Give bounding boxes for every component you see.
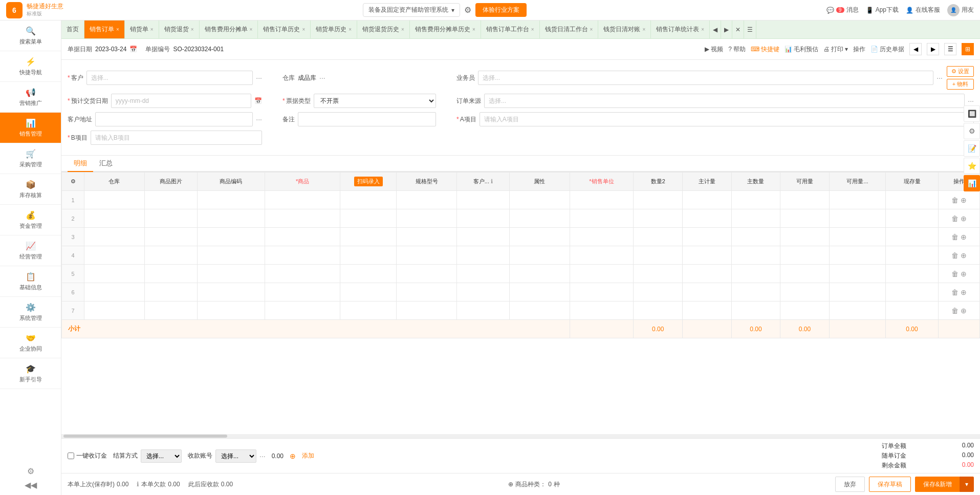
row1-delete-icon[interactable]: 🗑 [951, 196, 959, 204]
row4-code[interactable] [197, 246, 265, 265]
right-action-3[interactable]: 📝 [964, 140, 980, 157]
row2-warehouse[interactable] [84, 209, 145, 228]
row3-main-qty[interactable] [731, 228, 780, 246]
calendar2-icon[interactable]: 📅 [254, 97, 262, 104]
settle-method-select[interactable]: 选择... [141, 449, 182, 463]
row4-unit[interactable] [570, 246, 634, 265]
customer-input[interactable] [86, 71, 253, 85]
row4-delete-icon[interactable]: 🗑 [951, 251, 959, 260]
col-scan[interactable]: 扫码录入 [340, 173, 397, 191]
row3-qty2[interactable] [634, 228, 683, 246]
app-download-btn[interactable]: 📱 App下载 [866, 6, 899, 14]
row1-goods[interactable] [265, 191, 340, 209]
shortcut-btn[interactable]: ⌨ 快捷键 [751, 45, 779, 54]
save-draft-btn[interactable]: 保存草稿 [869, 477, 911, 492]
tab-summary[interactable]: 汇总 [93, 156, 119, 172]
row1-qty2[interactable] [634, 191, 683, 209]
row2-customer-code[interactable] [456, 209, 509, 228]
tab-next-btn[interactable]: ▶ [721, 20, 732, 39]
tab-prev-btn[interactable]: ◀ [710, 20, 721, 39]
close-daily-reconcile-icon[interactable]: × [642, 27, 645, 32]
close-return-icon[interactable]: × [191, 27, 194, 32]
sidebar-item-finance[interactable]: 💰 资金管理 [0, 205, 61, 235]
row4-goods[interactable] [265, 246, 340, 265]
scan-input-btn[interactable]: 扫码录入 [354, 177, 383, 186]
row3-delete-icon[interactable]: 🗑 [951, 233, 959, 241]
row1-warehouse[interactable] [84, 191, 145, 209]
invoice-select[interactable]: 不开票 增值税普通发票 增值税专用发票 [314, 94, 436, 108]
order-source-input[interactable] [484, 94, 965, 108]
sidebar-item-sales[interactable]: 📊 销售管理 [0, 113, 61, 143]
row3-model[interactable] [397, 228, 457, 246]
tab-expense[interactable]: 销售费用分摊单 × [200, 20, 258, 39]
calendar-icon[interactable]: 📅 [129, 46, 137, 53]
settings-panel-btn[interactable]: ⚙ 设置 [947, 66, 974, 77]
sidebar-item-inventory[interactable]: 📦 库存核算 [0, 174, 61, 205]
tab-order-workbench[interactable]: 销售订单工作台 × [481, 20, 540, 39]
row7-delete-icon[interactable]: 🗑 [951, 307, 959, 315]
row7-unit[interactable] [570, 302, 634, 320]
profit-btn[interactable]: 📊 毛利预估 [785, 45, 818, 54]
row3-warehouse[interactable] [84, 228, 145, 246]
row5-warehouse[interactable] [84, 265, 145, 283]
staff-input[interactable] [478, 71, 933, 85]
row4-customer-code[interactable] [456, 246, 509, 265]
tab-order-history[interactable]: 销售订单历史 × [258, 20, 311, 39]
nav-next-btn[interactable]: ▶ [927, 43, 939, 55]
close-order-workbench-icon[interactable]: × [531, 27, 534, 32]
row2-delete-icon[interactable]: 🗑 [951, 214, 959, 223]
delivery-input[interactable] [111, 94, 251, 108]
tab-close-all-btn[interactable]: ✕ [732, 20, 744, 39]
tab-home[interactable]: 首页 [61, 20, 84, 39]
collapse-icon[interactable]: ◀◀ [25, 480, 37, 490]
sidebar-item-basic[interactable]: 📋 基础信息 [0, 266, 61, 297]
online-service-btn[interactable]: 👤 在线客服 [906, 6, 940, 14]
row1-customer-code[interactable] [456, 191, 509, 209]
tab-sales-invoice[interactable]: 销货单 × [125, 20, 159, 39]
row3-goods[interactable] [265, 228, 340, 246]
close-daily-workbench-icon[interactable]: × [590, 27, 593, 32]
row2-copy-icon[interactable]: ⊕ [961, 214, 967, 223]
tab-return-history[interactable]: 销货退货历史 × [357, 20, 410, 39]
row7-code[interactable] [197, 302, 265, 320]
row7-attribute[interactable] [509, 302, 570, 320]
operations-btn[interactable]: 操作 [853, 45, 865, 54]
sidebar-item-guide[interactable]: 🎓 新手引导 [0, 358, 61, 389]
row2-goods[interactable] [265, 209, 340, 228]
discard-btn[interactable]: 放弃 [835, 477, 865, 492]
tab-sales-report[interactable]: 销售订单统计表 × [651, 20, 710, 39]
system-selector[interactable]: 装备及固定资产辅助管理系统 ▾ [363, 3, 460, 17]
row6-qty2[interactable] [634, 283, 683, 302]
row7-main-qty[interactable] [731, 302, 780, 320]
right-action-5[interactable]: 📊 [964, 175, 980, 191]
row2-main-qty[interactable] [731, 209, 780, 228]
close-expense-icon[interactable]: × [250, 27, 253, 32]
order-source-dots-icon[interactable]: ··· [968, 97, 974, 105]
h-scrollbar-thumb[interactable] [63, 435, 227, 438]
row5-unit[interactable] [570, 265, 634, 283]
remark-input[interactable] [298, 112, 436, 126]
sidebar-item-nav[interactable]: ⚡ 快捷导航 [0, 51, 61, 82]
save-new-arrow-btn[interactable]: ▾ [960, 477, 974, 492]
save-new-btn[interactable]: 保存&新增 [915, 477, 960, 492]
row1-attribute[interactable] [509, 191, 570, 209]
row4-warehouse[interactable] [84, 246, 145, 265]
expand-btn[interactable]: ⊞ [962, 43, 974, 55]
receive-account-select[interactable]: 选择... [215, 449, 256, 463]
row4-copy-icon[interactable]: ⊕ [961, 251, 967, 260]
row7-copy-icon[interactable]: ⊕ [961, 307, 967, 315]
row1-copy-icon[interactable]: ⊕ [961, 196, 967, 204]
a-project-input[interactable] [480, 112, 974, 126]
row6-main-qty[interactable] [731, 283, 780, 302]
row7-customer-code[interactable] [456, 302, 509, 320]
tab-menu-btn[interactable]: ☰ [744, 20, 756, 39]
row5-code[interactable] [197, 265, 265, 283]
col-settings[interactable]: ⚙ [62, 173, 84, 191]
address-input[interactable] [95, 112, 253, 126]
gear-icon[interactable]: ⚙ [464, 5, 471, 15]
row6-goods[interactable] [265, 283, 340, 302]
sidebar-item-operations[interactable]: 📈 经营管理 [0, 235, 61, 266]
row4-main-qty[interactable] [731, 246, 780, 265]
row3-attribute[interactable] [509, 228, 570, 246]
tab-daily-workbench[interactable]: 钱货日清工作台 × [540, 20, 599, 39]
